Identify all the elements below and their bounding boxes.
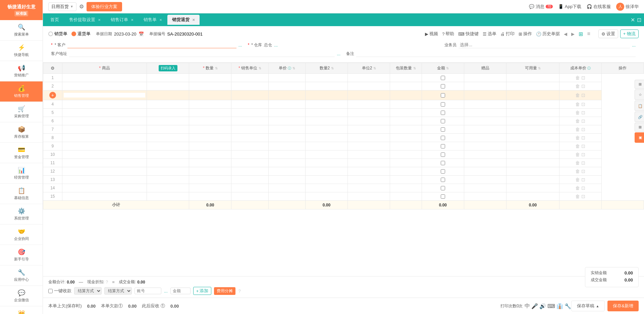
gift-checkbox[interactable] — [441, 144, 445, 148]
product-cell[interactable] — [62, 184, 147, 192]
gift-checkbox[interactable] — [441, 102, 445, 107]
copy-row-icon[interactable]: ⊡ — [581, 127, 585, 132]
gift-checkbox[interactable] — [441, 186, 445, 190]
amount-cell[interactable] — [390, 192, 422, 201]
gift-checkbox[interactable] — [441, 152, 445, 157]
customer-input[interactable] — [67, 42, 236, 48]
pack-cell[interactable] — [348, 109, 390, 117]
copy-row-icon[interactable]: ⊡ — [581, 83, 585, 89]
qty-cell[interactable] — [147, 159, 189, 167]
product-cell[interactable] — [62, 109, 147, 117]
price-cell[interactable] — [231, 184, 268, 192]
address-input[interactable] — [69, 50, 335, 57]
select-btn[interactable]: ☰ 选单 — [483, 31, 496, 37]
copy-row-icon[interactable]: ⊡ — [581, 160, 585, 166]
amount-cell[interactable] — [390, 167, 422, 176]
tab-close-icon[interactable]: ✕ — [159, 18, 162, 22]
tab-sales-order[interactable]: 销售订单 ✕ — [106, 15, 138, 25]
rp-btn-3[interactable]: 📋 — [635, 101, 644, 111]
qty-cell[interactable] — [147, 100, 189, 109]
amount-cell[interactable] — [390, 134, 422, 142]
delete-row-icon[interactable]: 🗑 — [575, 177, 580, 182]
one-click-payment-checkbox[interactable]: 一键收款 — [48, 288, 71, 294]
grid-view-icon[interactable]: ⊞ — [579, 31, 583, 37]
sidebar-item-search[interactable]: 🔍 搜索菜单 — [0, 20, 43, 41]
qty2-cell[interactable] — [268, 142, 305, 150]
tab-close-icon[interactable]: ✕ — [192, 18, 195, 22]
sidebar-item-system[interactable]: ⚙️ 系统管理 — [0, 204, 43, 225]
product-cell[interactable] — [62, 100, 147, 109]
delete-row-icon[interactable]: 🗑 — [575, 92, 580, 98]
amount-cell[interactable] — [390, 150, 422, 159]
amount-cell[interactable] — [390, 74, 422, 82]
unit-cell[interactable] — [189, 82, 231, 90]
qty-cell[interactable] — [147, 176, 189, 184]
copy-row-icon[interactable]: ⊡ — [581, 177, 585, 182]
help-btn[interactable]: ? 帮助 — [442, 31, 454, 37]
amount-cell[interactable] — [390, 142, 422, 150]
set-button[interactable]: ⚙ 设置 — [598, 29, 618, 38]
price-cell[interactable] — [231, 100, 268, 109]
price-cell[interactable] — [231, 167, 268, 176]
radio-sales[interactable]: 销货单 — [48, 31, 67, 37]
product-cell[interactable] — [62, 167, 147, 176]
qty-cell[interactable] — [147, 125, 189, 134]
unit2-cell[interactable] — [305, 100, 347, 109]
unit2-cell[interactable] — [305, 117, 347, 125]
unit-cell[interactable] — [189, 117, 231, 125]
unit-cell[interactable] — [189, 74, 231, 82]
sort-icon-pack[interactable]: ⇅ — [413, 66, 416, 70]
pack-cell[interactable] — [348, 125, 390, 134]
tool2-icon[interactable]: 🔧 — [565, 303, 571, 309]
product-cell[interactable] — [62, 125, 147, 134]
date-value[interactable]: 2023-03-20 — [114, 32, 137, 37]
tab-sales-delivery[interactable]: 销售单 ✕ — [139, 15, 167, 25]
delete-row-icon[interactable]: 🗑 — [575, 143, 580, 149]
copy-row-icon[interactable]: ⊡ — [581, 169, 585, 174]
sidebar-item-sales[interactable]: 💰 销售管理 — [0, 81, 43, 102]
history-btn[interactable]: 🕐 历史单据 — [536, 31, 560, 37]
copy-row-icon[interactable]: ⊡ — [581, 118, 585, 124]
user-item[interactable]: 人 徐泽华 — [616, 3, 639, 11]
qty2-cell[interactable] — [268, 117, 305, 125]
pack-cell[interactable] — [348, 150, 390, 159]
operation-btn[interactable]: ⊞ 操作 — [519, 31, 532, 37]
product-cell[interactable] — [62, 90, 147, 100]
add-button[interactable]: + 添加 — [193, 287, 212, 295]
shirt-icon[interactable]: 👔 — [556, 303, 563, 309]
sidebar-item-basic[interactable]: 📋 基础信息 — [0, 184, 43, 204]
maximize-icon[interactable]: ⊡ — [637, 17, 641, 23]
address-dots[interactable]: ... — [337, 51, 340, 56]
gift-checkbox[interactable] — [441, 161, 445, 165]
unit-cell[interactable] — [189, 184, 231, 192]
add-row-button[interactable]: + — [49, 92, 56, 99]
sidebar-item-purchase[interactable]: 🛒 采购管理 — [0, 102, 43, 122]
unit2-cell[interactable] — [305, 159, 347, 167]
delete-row-icon[interactable]: 🗑 — [575, 194, 580, 199]
product-cell[interactable] — [62, 142, 147, 150]
price-cell[interactable] — [231, 117, 268, 125]
unit2-cell[interactable] — [305, 109, 347, 117]
sidebar-item-member[interactable]: 👑 畅会员 — [0, 306, 43, 314]
qty2-cell[interactable] — [268, 167, 305, 176]
delete-row-icon[interactable]: 🗑 — [575, 83, 580, 89]
amount-cell[interactable] — [390, 82, 422, 90]
delete-row-icon[interactable]: 🗑 — [575, 102, 580, 107]
amount-cell[interactable] — [390, 125, 422, 134]
industry-selector[interactable]: 日用百货 ▼ — [48, 2, 76, 11]
pack-cell[interactable] — [348, 167, 390, 176]
remark-input[interactable] — [356, 50, 636, 57]
fee-split-help-icon[interactable]: ? — [238, 289, 240, 294]
qty-cell[interactable] — [147, 192, 189, 201]
price-cell[interactable] — [231, 159, 268, 167]
app-download-item[interactable]: 📱 App下载 — [558, 4, 581, 10]
price-cell[interactable] — [231, 150, 268, 159]
discount-help-icon[interactable]: ? — [106, 279, 108, 285]
delete-row-icon[interactable]: 🗑 — [575, 135, 580, 140]
copy-row-icon[interactable]: ⊡ — [581, 135, 585, 140]
qty-cell[interactable] — [147, 134, 189, 142]
sidebar-item-guide[interactable]: 🎯 新手引导 — [0, 245, 43, 265]
gift-checkbox[interactable] — [441, 119, 445, 123]
rp-btn-6[interactable]: ▣ — [635, 132, 644, 143]
unit-cell[interactable] — [189, 150, 231, 159]
